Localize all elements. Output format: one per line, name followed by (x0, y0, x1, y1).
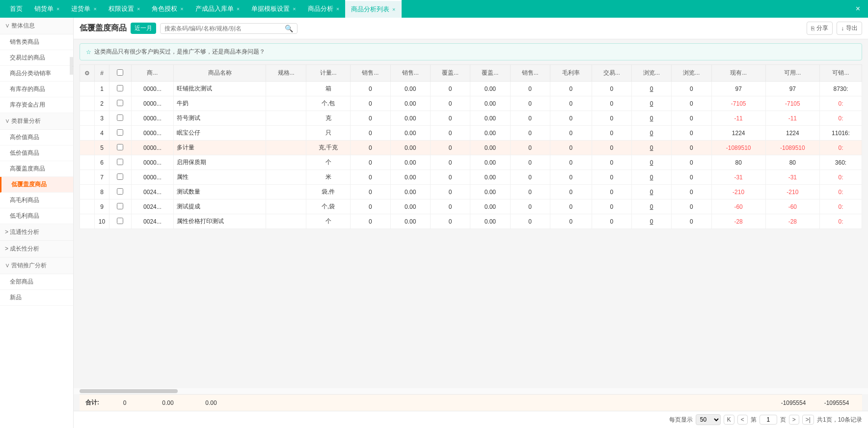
sidebar-section-liquidity[interactable]: > 流通性分析 (0, 224, 73, 241)
row-settings[interactable] (80, 155, 95, 170)
sidebar-item-stocked-goods[interactable]: 有库存的商品 (0, 82, 73, 97)
row-settings[interactable] (80, 141, 95, 155)
nav-template-settings-close[interactable]: × (293, 0, 296, 18)
row-checkbox[interactable] (109, 170, 132, 185)
nav-template-settings[interactable]: 单据模板设置 × (245, 0, 301, 18)
row-checkbox[interactable] (109, 126, 132, 141)
nav-sales-close[interactable]: × (56, 0, 59, 18)
row-checkbox[interactable] (109, 96, 132, 111)
sidebar-item-all-goods[interactable]: 全部商品 (0, 274, 73, 290)
row-browse1[interactable]: 0 (631, 214, 671, 229)
row-checkbox[interactable] (109, 214, 132, 229)
row-browse1[interactable]: 0 (631, 200, 671, 214)
row-checkbox[interactable] (109, 155, 132, 170)
row-checkbox[interactable] (109, 111, 132, 126)
top-navigation: 首页 销货单 × 进货单 × 权限设置 × 角色授权 × 产成品入库单 × 单据… (0, 0, 868, 18)
share-button[interactable]: ⎘ 分享 (807, 22, 833, 35)
row-browse1[interactable]: 0 (631, 170, 671, 185)
sidebar-section-cluster[interactable]: ∨ 类群量分析 (0, 113, 73, 130)
row-checkbox[interactable] (109, 200, 132, 214)
row-browse1[interactable]: 0 (631, 111, 671, 126)
row-gross-margin: 0 (550, 200, 592, 214)
sidebar-section-growth[interactable]: > 成长性分析 (0, 241, 73, 257)
sidebar-item-high-margin[interactable]: 高毛利商品 (0, 193, 73, 208)
row-browse1[interactable]: 0 (631, 155, 671, 170)
nav-finished-goods[interactable]: 产成品入库单 × (190, 0, 245, 18)
col-checkbox[interactable] (109, 65, 132, 82)
per-page-select[interactable]: 50 20 100 (696, 414, 721, 425)
nav-permissions-close[interactable]: × (137, 0, 140, 18)
select-all-checkbox[interactable] (117, 69, 123, 76)
row-stock-sale: 0: (819, 185, 862, 200)
row-sales3: 0 (510, 96, 550, 111)
last-page-button[interactable]: >| (802, 415, 814, 425)
row-spec (266, 111, 306, 126)
filter-recent-month-button[interactable]: 近一月 (131, 23, 156, 34)
row-settings[interactable] (80, 200, 95, 214)
sidebar-item-low-value[interactable]: 低价值商品 (0, 145, 73, 161)
sidebar-item-low-margin[interactable]: 低毛利商品 (0, 208, 73, 224)
sidebar-item-traded-goods[interactable]: 交易过的商品 (0, 50, 73, 66)
row-browse1[interactable]: 0 (631, 126, 671, 141)
sidebar-section-growth-label: > 成长性分析 (5, 245, 39, 253)
row-settings[interactable] (80, 111, 95, 126)
row-stock-current: -1089510 (711, 141, 765, 155)
sidebar-section-marketing[interactable]: ∨ 营销推广分析 (0, 257, 73, 274)
table-row: 10 0024... 属性价格打印测试 个 0 0.00 0 0.00 0 0 … (80, 214, 862, 229)
nav-sales[interactable]: 销货单 × (28, 0, 65, 18)
row-checkbox[interactable] (109, 82, 132, 96)
nav-purchase[interactable]: 进货单 × (65, 0, 102, 18)
nav-roles-close[interactable]: × (180, 0, 183, 18)
row-browse1[interactable]: 0 (631, 141, 671, 155)
next-page-button[interactable]: > (789, 415, 799, 425)
nav-roles[interactable]: 角色授权 × (146, 0, 189, 18)
row-settings[interactable] (80, 170, 95, 185)
row-num: 1 (95, 82, 109, 96)
sidebar-item-high-coverage[interactable]: 高覆盖度商品 (0, 161, 73, 177)
table-row: 6 0000... 启用保质期 个 0 0.00 0 0.00 0 0 0 0 … (80, 155, 862, 170)
row-settings[interactable] (80, 214, 95, 229)
nav-finished-goods-close[interactable]: × (237, 0, 240, 18)
row-settings[interactable] (80, 126, 95, 141)
prev-page-button[interactable]: < (737, 415, 748, 425)
row-checkbox[interactable] (109, 141, 132, 155)
nav-permissions[interactable]: 权限设置 × (103, 0, 146, 18)
nav-home[interactable]: 首页 (4, 0, 28, 18)
table-row: 5 0000... 多计量 克,千克 0 0.00 0 0.00 0 0 0 0… (80, 141, 862, 155)
table-container[interactable]: ⚙ # 商... 商品名称 规格... 计量... 销售... 销售... 覆盖… (80, 64, 862, 388)
row-settings[interactable] (80, 185, 95, 200)
col-spec: 规格... (266, 65, 306, 82)
search-box[interactable]: 🔍 (160, 23, 298, 34)
nav-product-analysis-list-close[interactable]: × (392, 0, 395, 18)
row-settings[interactable] (80, 82, 95, 96)
sidebar-item-sales-goods[interactable]: 销售类商品 (0, 34, 73, 50)
nav-purchase-close[interactable]: × (93, 0, 96, 18)
sidebar-item-stock-capital[interactable]: 库存资金占用 (0, 97, 73, 113)
row-browse1[interactable]: 0 (631, 185, 671, 200)
row-browse1[interactable]: 0 (631, 82, 671, 96)
row-sales-qty: 0 (351, 170, 390, 185)
search-input[interactable] (164, 25, 285, 32)
pagination: 每页显示 50 20 100 K < 第 页 > >| 共1页，10条记录 (74, 411, 868, 428)
sidebar-section-overall[interactable]: ∨ 整体信息 (0, 18, 73, 34)
row-transaction: 0 (592, 141, 631, 155)
content-header: 低覆盖度商品 近一月 🔍 ⎘ 分享 ↓ 导出 (74, 18, 868, 39)
row-checkbox[interactable] (109, 185, 132, 200)
window-close-button[interactable]: × (852, 4, 864, 13)
row-browse1[interactable]: 0 (631, 96, 671, 111)
nav-product-analysis[interactable]: 商品分析 × (302, 0, 345, 18)
sidebar-item-new-goods[interactable]: 新品 (0, 290, 73, 306)
col-settings[interactable]: ⚙ (80, 65, 95, 82)
first-page-button[interactable]: K (724, 415, 734, 425)
row-code: 0000... (131, 170, 173, 185)
page-number-input[interactable] (760, 415, 777, 425)
sidebar-item-low-coverage[interactable]: 低覆盖度商品 (0, 177, 73, 193)
horizontal-scrollbar[interactable] (80, 389, 178, 393)
export-button[interactable]: ↓ 导出 (837, 22, 862, 35)
row-settings[interactable] (80, 96, 95, 111)
sidebar-collapse-btn[interactable]: « (70, 57, 74, 75)
sidebar-item-high-value[interactable]: 高价值商品 (0, 130, 73, 145)
sidebar-item-category-rate[interactable]: 商品分类动销率 (0, 66, 73, 82)
nav-product-analysis-list[interactable]: 商品分析列表 × (345, 0, 401, 18)
nav-product-analysis-close[interactable]: × (336, 0, 339, 18)
